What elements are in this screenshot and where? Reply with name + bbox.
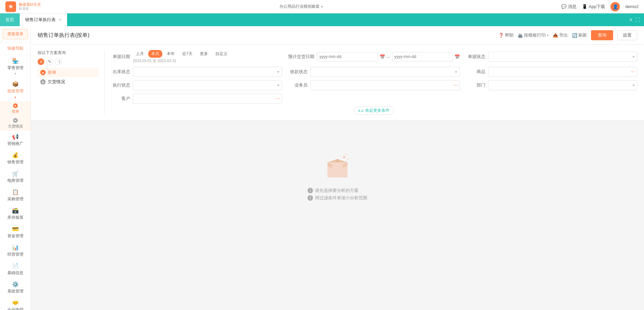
- dept-wrap: ▾: [488, 80, 637, 90]
- receipt-status-select[interactable]: [310, 67, 460, 77]
- exec-status-wrap: ▾: [133, 80, 282, 90]
- sidebar-item-marketing[interactable]: 📢 营销推广: [0, 131, 31, 149]
- tab-sales-order[interactable]: 销售订单执行表 ×: [20, 13, 67, 26]
- basic-icon: 📄: [12, 263, 19, 269]
- help-icon: ❓: [498, 33, 504, 38]
- add-scheme-btn[interactable]: +: [38, 58, 44, 65]
- sidebar-item-purchase[interactable]: 📋 采购管理: [0, 186, 31, 205]
- filter-row-date: 单据日期 上月 本月 本年 近7天 更多 自定义 20: [110, 50, 282, 63]
- filter-row-customer: 客户 ···: [110, 94, 282, 104]
- out-status-wrap: ▾: [133, 67, 282, 77]
- salesperson-input[interactable]: [310, 80, 460, 90]
- query-button[interactable]: 查询: [591, 30, 613, 40]
- sidebar-item-finance[interactable]: 💳 资金管理: [0, 223, 31, 242]
- calendar-from-icon: 📅: [380, 54, 385, 59]
- tab-home[interactable]: 首页: [0, 13, 20, 26]
- goods-wrap: ···: [488, 67, 637, 77]
- goods-dots-icon[interactable]: ···: [631, 69, 635, 75]
- quick-nav-label[interactable]: 快捷导航: [0, 44, 31, 53]
- exec-status-label: 执行状态: [110, 82, 130, 88]
- sidebar-item-business[interactable]: 📊 经营管理: [0, 242, 31, 260]
- filter-layout: 按以下方案查询 + ✎ 《 ● 按单 ● 欠货情况: [38, 50, 637, 115]
- doc-status-select[interactable]: [488, 52, 637, 62]
- wholesale-icon: 📦: [12, 81, 19, 87]
- marketing-icon: 📢: [12, 134, 19, 140]
- customer-label: 客户: [110, 96, 130, 102]
- sidebar-item-basic[interactable]: 📄 基础信息: [0, 260, 31, 278]
- customer-dots-icon[interactable]: ···: [276, 96, 280, 102]
- page-header: 销售订单执行表(按单) ❓ 帮助 🖨️ 按模板打印 ▾ 📤 导出 🔄 刷新: [31, 26, 644, 45]
- scheme-item-按单[interactable]: ● 按单: [38, 68, 99, 77]
- date-tab-custom[interactable]: 自定义: [212, 50, 230, 58]
- scheme-actions: + ✎ 《: [38, 58, 99, 65]
- doc-status-wrap: ▾: [488, 52, 637, 62]
- goods-input[interactable]: [488, 67, 637, 77]
- filter-row-receipt-status: 收款状态 ▾: [287, 67, 460, 77]
- tab-bar: 首页 销售订单执行表 × × ⛶: [0, 13, 644, 26]
- scheme-section-title: 按以下方案查询: [38, 50, 99, 56]
- filter-row-out-status: 出库状态 ▾: [110, 67, 282, 77]
- window-close-icon[interactable]: ×: [629, 16, 633, 23]
- salesperson-dots-icon[interactable]: ···: [453, 82, 458, 88]
- filter-row-doc-status: 单据状态 ▾: [465, 50, 637, 63]
- date-tab-more[interactable]: 更多: [197, 50, 211, 58]
- receipt-status-wrap: ▾: [310, 67, 460, 77]
- collapse-button[interactable]: ∧∧ 收起更多条件: [354, 106, 394, 115]
- expected-date-to[interactable]: [392, 52, 453, 61]
- filter-fields: 单据日期 上月 本月 本年 近7天 更多 自定义 20: [105, 50, 637, 115]
- out-status-label: 出库状态: [110, 69, 130, 75]
- print-btn[interactable]: 🖨️ 按模板打印 ▾: [518, 32, 549, 38]
- customer-input[interactable]: [133, 94, 282, 104]
- date-tab-last-month[interactable]: 上月: [133, 50, 147, 58]
- print-icon: 🖨️: [518, 33, 523, 38]
- scheme-active-icon: ●: [40, 70, 46, 75]
- expected-date-range: 📅 — 📅: [317, 52, 460, 61]
- sidebar-item-cooperation[interactable]: 🤝 企业协同: [0, 297, 31, 310]
- expected-date-from[interactable]: [317, 52, 378, 61]
- tip-2-num: 2: [308, 195, 313, 201]
- setting-button[interactable]: 设置: [617, 30, 637, 40]
- avatar[interactable]: 👤: [610, 2, 620, 11]
- dept-select[interactable]: [488, 80, 637, 90]
- sidebar-item-按单[interactable]: ● 按单: [0, 101, 31, 116]
- sidebar-item-wholesale[interactable]: 📦 批发管理 ▴: [0, 78, 31, 101]
- date-tab-this-month[interactable]: 本月: [148, 50, 162, 58]
- username[interactable]: demo2: [625, 4, 639, 9]
- sidebar-item-sales[interactable]: 💰 销售管理: [0, 149, 31, 168]
- exec-status-select[interactable]: [133, 80, 282, 90]
- window-expand-icon[interactable]: ⛶: [635, 17, 640, 22]
- tab-close-icon[interactable]: ×: [59, 17, 61, 22]
- sidebar-item-retail[interactable]: 🏪 零售管理 ▾: [0, 55, 31, 78]
- scheme-item-欠货情况[interactable]: ● 欠货情况: [38, 77, 99, 87]
- 欠货-icon: ●: [13, 118, 18, 123]
- refresh-icon: 🔄: [572, 33, 577, 38]
- refresh-btn[interactable]: 🔄 刷新: [572, 32, 587, 38]
- edit-scheme-btn[interactable]: ✎: [46, 58, 53, 65]
- app-download-btn[interactable]: 📱 App下载: [582, 4, 605, 10]
- sidebar-item-欠货情况[interactable]: ● 欠货情况: [0, 116, 31, 131]
- salesperson-wrap: ···: [310, 80, 460, 90]
- top-bar-right: 💬 消息 📱 App下载 👤 demo2: [561, 2, 639, 11]
- sidebar-item-system[interactable]: ⚙️ 系统管理: [0, 278, 31, 297]
- message-btn[interactable]: 💬 消息: [561, 4, 577, 10]
- out-status-select[interactable]: [133, 67, 282, 77]
- empty-illustration: [321, 147, 354, 181]
- collapse-scheme-btn[interactable]: 《: [55, 58, 62, 65]
- date-tab-this-year[interactable]: 本年: [164, 50, 178, 58]
- date-field: 上月 本月 本年 近7天 更多 自定义 2023-03-01 至 2023-03…: [133, 50, 282, 63]
- date-label: 单据日期: [110, 54, 130, 60]
- main-layout: 搜索菜单 快捷导航 🏪 零售管理 ▾ 📦 批发管理 ▴ ● 按单 ●: [0, 26, 644, 310]
- export-btn[interactable]: 📤 导出: [553, 32, 568, 38]
- sidebar-item-stock[interactable]: 🗃️ 库存核算: [0, 205, 31, 223]
- filter-row-exec-status: 执行状态 ▾: [110, 80, 282, 90]
- wholesale-submenu: ● 按单 ● 欠货情况: [0, 101, 31, 131]
- search-menu-button[interactable]: 搜索菜单: [3, 29, 28, 39]
- expected-date-label: 预计交货日期: [287, 54, 314, 60]
- phone-icon: 📱: [582, 4, 587, 9]
- help-btn[interactable]: ❓ 帮助: [498, 32, 514, 38]
- sidebar-item-ecommerce[interactable]: 🛒 电商管理: [0, 168, 31, 186]
- filter-row-salesperson: 业务员 ···: [287, 80, 460, 90]
- date-tab-7days[interactable]: 近7天: [179, 50, 196, 58]
- top-bar-left: 畅 畅捷通好生意 标准版: [5, 1, 41, 12]
- export-icon: 📤: [553, 33, 558, 38]
